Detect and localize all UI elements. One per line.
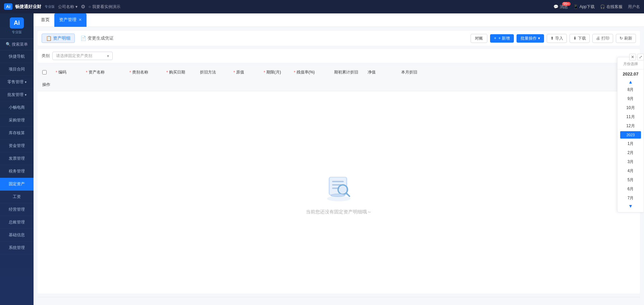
add-button[interactable]: + + 新增 [490, 34, 514, 43]
search-label: 搜索菜单 [12, 42, 28, 47]
sub-tab-bar: 📋 资产明细 📄 变更生成凭证 对账 + + 新增 批量操作 [38, 31, 640, 46]
sidebar: Ai 专业版 🔍 搜索菜单 快捷导航 项目合同 零售管理 ▾ 批发管理 ▾ 小畅… [0, 13, 34, 305]
month-item-11[interactable]: 11月 [618, 112, 644, 121]
top-bar: Ai 畅捷通好业财 专业版 公司名称 ▾ ⚙ ○ 我要看实例演示 💬 消息 99… [0, 0, 644, 13]
sidebar-item-basic[interactable]: 基础信息 [0, 229, 34, 242]
th-purchase-date: * 购买日期 [164, 66, 198, 79]
chevron-down-icon: ▾ [25, 80, 26, 84]
tab-home[interactable]: 首页 [36, 13, 54, 27]
sidebar-item-system[interactable]: 系统管理 [0, 242, 34, 254]
tab-bar: 首页 资产管理 ✕ [34, 13, 644, 27]
month-scroll-up[interactable]: ▲ [618, 79, 644, 85]
close-panel-button[interactable]: ✕ [629, 54, 636, 60]
resize-panel-button[interactable]: ⤢ [637, 54, 644, 60]
sidebar-item-tax[interactable]: 税务管理 [0, 165, 34, 178]
tab-asset-mgmt-label: 资产管理 [59, 17, 76, 23]
sidebar-edition: 专业版 [3, 30, 31, 35]
month-item-6[interactable]: 6月 [618, 185, 644, 194]
chevron-down-icon: ▾ [538, 36, 540, 41]
tax-label: 税务管理 [9, 168, 25, 174]
service-label: 在线客服 [606, 4, 623, 10]
import-label: 导入 [555, 36, 563, 41]
sidebar-item-quicknav[interactable]: 快捷导航 [0, 50, 34, 63]
refresh-label: 刷新 [624, 36, 632, 41]
category-select[interactable]: 请选择固定资产类别 ▾ [52, 52, 113, 60]
quicknav-label: 快捷导航 [9, 54, 25, 59]
company-dropdown[interactable]: 公司名称 ▾ [58, 4, 77, 10]
month-item-2[interactable]: 2月 [618, 148, 644, 157]
sidebar-item-payroll[interactable]: 工资 [0, 191, 34, 203]
message-badge: 99+ [562, 2, 571, 6]
month-item-12[interactable]: 12月 [618, 121, 644, 131]
batch-button[interactable]: 批量操作 ▾ [517, 34, 544, 43]
month-item-10[interactable]: 10月 [618, 103, 644, 112]
fixed-assets-label: 固定资产 [9, 181, 25, 187]
system-label: 系统管理 [9, 245, 25, 251]
month-item-8[interactable]: 8月 [618, 85, 644, 94]
month-item-4[interactable]: 4月 [618, 166, 644, 175]
message-button[interactable]: 💬 消息 99+ [553, 4, 568, 10]
month-scroll-down[interactable]: ▼ [618, 203, 644, 209]
sidebar-item-project[interactable]: 项目合同 [0, 63, 34, 76]
sidebar-item-inventory[interactable]: 库存核算 [0, 127, 34, 140]
demo-link[interactable]: ○ 我要看实例演示 [89, 4, 120, 10]
purchase-label: 采购管理 [9, 117, 25, 123]
select-all-checkbox[interactable] [42, 70, 47, 74]
th-residual-rate: * 残值率(%) [292, 66, 332, 79]
year-2023[interactable]: 2023 [620, 131, 641, 139]
col-original-value-label: 原值 [236, 69, 244, 75]
month-item-1[interactable]: 1月 [618, 139, 644, 148]
sidebar-item-fixed-assets[interactable]: 固定资产 [0, 178, 34, 191]
sidebar-item-invoice[interactable]: 发票管理 [0, 152, 34, 165]
app-download-label: App下载 [580, 4, 595, 10]
refresh-icon: ↻ [620, 36, 623, 41]
print-icon: 🖨 [596, 36, 600, 41]
print-button[interactable]: 🖨 打印 [592, 34, 613, 43]
sidebar-item-purchase[interactable]: 采购管理 [0, 114, 34, 127]
svg-rect-3 [332, 181, 344, 182]
sidebar-item-retail[interactable]: 零售管理 ▾ [0, 76, 34, 89]
table-empty-state: 当前您还没有固定资产明细哦～ [38, 91, 640, 294]
month-item-7[interactable]: 7月 [618, 194, 644, 203]
month-item-3[interactable]: 3月 [618, 157, 644, 166]
settings-icon[interactable]: ⚙ [81, 4, 85, 10]
retail-label: 零售管理 [7, 79, 23, 85]
tab-asset-mgmt[interactable]: 资产管理 ✕ [54, 13, 87, 27]
bottom-scrollbar[interactable] [38, 297, 640, 301]
user-menu[interactable]: 用户名 [628, 4, 640, 10]
required-mark: * [233, 70, 235, 75]
sidebar-item-finance[interactable]: 资金管理 [0, 140, 34, 152]
sub-tab-asset-detail[interactable]: 📋 资产明细 [42, 34, 75, 43]
app-brand: Ai 畅捷通好业财 [4, 4, 41, 10]
download-button[interactable]: ⬇ 下载 [570, 34, 590, 43]
month-item-5[interactable]: 5月 [618, 175, 644, 185]
app-download-button[interactable]: 📱 App下载 [573, 4, 595, 10]
page-content: 📋 资产明细 📄 变更生成凭证 对账 + + 新增 批量操作 [34, 27, 644, 305]
col-monthly-dep-label: 本月折旧 [401, 69, 417, 75]
service-button[interactable]: 🎧 在线客服 [600, 4, 623, 10]
required-mark: * [129, 70, 131, 75]
svg-line-8 [346, 193, 350, 196]
import-button[interactable]: ⬆ 导入 [547, 34, 567, 43]
sidebar-item-wholesale[interactable]: 批发管理 ▾ [0, 89, 34, 101]
list-icon: 📋 [46, 36, 52, 41]
tab-close-icon[interactable]: ✕ [78, 17, 82, 22]
refresh-button[interactable]: ↻ 刷新 [616, 34, 636, 43]
reconcile-button[interactable]: 对账 [471, 34, 487, 43]
brand-name: 畅捷通好业财 [15, 4, 41, 9]
th-checkbox[interactable] [40, 66, 54, 79]
category-filter-label: 类别 [42, 53, 50, 59]
sidebar-item-ledger[interactable]: 总账管理 [0, 216, 34, 229]
batch-label: 批量操作 [521, 36, 537, 41]
svg-point-10 [332, 194, 344, 196]
sidebar-item-management[interactable]: 经营管理 [0, 203, 34, 216]
col-dep-method-label: 折旧方法 [200, 69, 216, 75]
download-label: 下载 [578, 36, 586, 41]
sidebar-search[interactable]: 🔍 搜索菜单 [0, 39, 34, 50]
sidebar-item-ecommerce[interactable]: 小畅电商 [0, 101, 34, 114]
sub-tab-change-voucher[interactable]: 📄 变更生成凭证 [76, 34, 118, 43]
month-item-9[interactable]: 9月 [618, 94, 644, 103]
plus-icon: + [494, 36, 496, 41]
required-mark: * [56, 70, 57, 75]
headset-icon: 🎧 [600, 4, 605, 9]
